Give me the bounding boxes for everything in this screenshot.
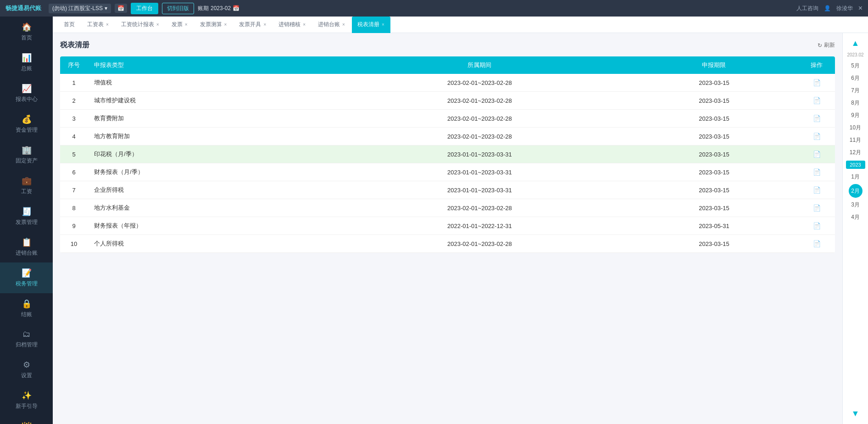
- cell-type: 企业所得税: [88, 181, 329, 199]
- cell-type: 财务报表（月/季）: [88, 163, 329, 181]
- view-action-btn[interactable]: 📄: [811, 96, 823, 105]
- sidebar-item-home[interactable]: 🏠 首页: [0, 17, 53, 47]
- tab-inout-check[interactable]: 进销稽核 ×: [273, 17, 312, 33]
- cell-deadline: 2023-03-15: [630, 145, 798, 163]
- sidebar-item-ledger[interactable]: 📊 总账: [0, 47, 53, 78]
- close-account-icon: 🔒: [22, 299, 32, 309]
- company-selector[interactable]: (勿动) 江西股宝-LSS ▾: [49, 4, 111, 13]
- tab-salary[interactable]: 工资表 ×: [82, 17, 115, 33]
- tab-close-salary-report[interactable]: ×: [156, 22, 159, 27]
- chevron-down-icon: ▾: [105, 5, 107, 11]
- sidebar-item-inout[interactable]: 📋 进销台账: [0, 232, 53, 262]
- view-action-btn[interactable]: 📄: [811, 132, 823, 141]
- tab-home[interactable]: 首页: [58, 17, 81, 33]
- month-2023-4[interactable]: 4月: [846, 211, 865, 223]
- sidebar-label-invoice: 发票管理: [16, 218, 38, 226]
- cell-action: 📄: [798, 199, 835, 217]
- ledger-icon: 📊: [22, 53, 32, 63]
- cell-type: 地方教育附加: [88, 128, 329, 145]
- cell-type: 增值税: [88, 74, 329, 92]
- cell-deadline: 2023-03-15: [630, 110, 798, 128]
- month-9[interactable]: 9月: [846, 109, 865, 122]
- cell-type: 个人所得税: [88, 235, 329, 253]
- sidebar-item-capital[interactable]: 💰 资金管理: [0, 109, 53, 139]
- nav-up-arrow[interactable]: ▲: [850, 37, 862, 50]
- month-2023-1[interactable]: 1月: [846, 171, 865, 183]
- sidebar-item-member[interactable]: 👑 畅会员: [0, 416, 53, 424]
- tab-close-invoice-check[interactable]: ×: [224, 22, 227, 27]
- calendar-icon-btn[interactable]: 📅: [115, 4, 127, 13]
- sidebar-item-tax[interactable]: 📝 税务管理: [0, 262, 53, 293]
- tab-close-inout-ledger[interactable]: ×: [342, 22, 345, 27]
- sidebar-label-tax: 税务管理: [16, 280, 38, 288]
- tab-close-invoice-open[interactable]: ×: [263, 22, 266, 27]
- view-action-btn[interactable]: 📄: [811, 203, 823, 212]
- month-11[interactable]: 11月: [846, 134, 865, 146]
- customer-service-btn[interactable]: 人工咨询: [796, 5, 818, 12]
- month-2023-3[interactable]: 3月: [846, 199, 865, 211]
- view-action-btn[interactable]: 📄: [811, 150, 823, 159]
- table-row: 9财务报表（年报）2022-01-01~2022-12-312023-05-31…: [60, 217, 835, 235]
- tab-close-invoice[interactable]: ×: [185, 22, 188, 27]
- refresh-button[interactable]: ↻ 刷新: [818, 41, 835, 49]
- tab-invoice[interactable]: 发票 ×: [166, 17, 194, 33]
- cell-period: 2023-01-01~2023-03-31: [329, 145, 630, 163]
- tab-salary-report[interactable]: 工资统计报表 ×: [116, 17, 165, 33]
- tab-inout-ledger[interactable]: 进销台账 ×: [312, 17, 351, 33]
- month-2023-2[interactable]: 2月: [849, 184, 862, 198]
- month-5[interactable]: 5月: [846, 60, 865, 72]
- view-action-btn[interactable]: 📄: [811, 114, 823, 123]
- month-12[interactable]: 12月: [846, 146, 865, 159]
- month-7[interactable]: 7月: [846, 84, 865, 97]
- col-type: 申报表类型: [88, 56, 329, 74]
- cell-period: 2023-02-01~2023-02-28: [329, 199, 630, 217]
- tab-close-salary[interactable]: ×: [106, 22, 109, 27]
- table-row: 5印花税（月/季）2023-01-01~2023-03-312023-03-15…: [60, 145, 835, 163]
- tab-invoice-open[interactable]: 发票开具 ×: [234, 17, 272, 33]
- col-period: 所属期间: [329, 56, 630, 74]
- cell-period: 2023-02-01~2023-02-28: [329, 92, 630, 110]
- table-header-row: 序号 申报表类型 所属期间 申报期限 操作: [60, 56, 835, 74]
- view-action-btn[interactable]: 📄: [811, 239, 823, 248]
- sidebar-item-archive[interactable]: 🗂 归档管理: [0, 324, 53, 354]
- sidebar-label-ledger: 总账: [21, 65, 32, 73]
- user-avatar: 👤: [824, 5, 831, 11]
- tab-invoice-check[interactable]: 发票测算 ×: [195, 17, 233, 33]
- sidebar-item-fixed[interactable]: 🏢 固定资产: [0, 139, 53, 170]
- sidebar-item-close[interactable]: 🔒 结账: [0, 293, 53, 324]
- close-icon[interactable]: ×: [858, 4, 862, 12]
- sidebar-item-settings[interactable]: ⚙ 设置: [0, 354, 53, 385]
- sidebar-label-settings: 设置: [21, 372, 32, 379]
- workspace-button[interactable]: 工作台: [131, 3, 158, 14]
- sidebar-item-invoice[interactable]: 🧾 发票管理: [0, 201, 53, 232]
- salary-icon: 💼: [22, 176, 32, 186]
- month-8[interactable]: 8月: [846, 97, 865, 109]
- tab-tax-register[interactable]: 税表清册 ×: [352, 17, 390, 33]
- right-panel: ▲ 2023.02 5月 6月 7月 8月 9月 10月 11月 12月 202…: [842, 33, 868, 424]
- sidebar-label-report: 报表中心: [16, 95, 38, 103]
- month-10[interactable]: 10月: [846, 122, 865, 134]
- table-row: 1增值税2023-02-01~2023-02-282023-03-15📄: [60, 74, 835, 92]
- settings-icon: ⚙: [23, 360, 30, 370]
- cell-period: 2023-01-01~2023-03-31: [329, 181, 630, 199]
- sidebar-item-salary[interactable]: 💼 工资: [0, 170, 53, 201]
- tab-close-tax-register[interactable]: ×: [382, 22, 384, 27]
- view-action-btn[interactable]: 📄: [811, 221, 823, 230]
- invoice-icon: 🧾: [22, 206, 32, 217]
- tab-close-inout-check[interactable]: ×: [303, 22, 306, 27]
- sidebar-item-report[interactable]: 📈 报表中心: [0, 78, 53, 109]
- cell-period: 2023-02-01~2023-02-28: [329, 128, 630, 145]
- table-row: 8地方水利基金2023-02-01~2023-02-282023-03-15📄: [60, 199, 835, 217]
- view-action-btn[interactable]: 📄: [811, 78, 823, 87]
- view-action-btn[interactable]: 📄: [811, 185, 823, 195]
- table-row: 7企业所得税2023-01-01~2023-03-312023-03-15📄: [60, 181, 835, 199]
- content-area: 首页 工资表 × 工资统计报表 × 发票 × 发票测算 × 发票开具 ×: [53, 17, 868, 424]
- view-action-btn[interactable]: 📄: [811, 167, 823, 177]
- nav-down-arrow[interactable]: ▼: [850, 407, 862, 420]
- month-6[interactable]: 6月: [846, 72, 865, 84]
- sidebar: 🏠 首页 📊 总账 📈 报表中心 💰 资金管理 🏢 固定资产 💼 工资 🧾 发票…: [0, 17, 53, 424]
- switch-old-button[interactable]: 切到旧版: [162, 3, 194, 14]
- cell-period: 2023-02-01~2023-02-28: [329, 110, 630, 128]
- sidebar-label-guide: 新手引导: [16, 402, 38, 410]
- sidebar-item-guide[interactable]: ✨ 新手引导: [0, 385, 53, 416]
